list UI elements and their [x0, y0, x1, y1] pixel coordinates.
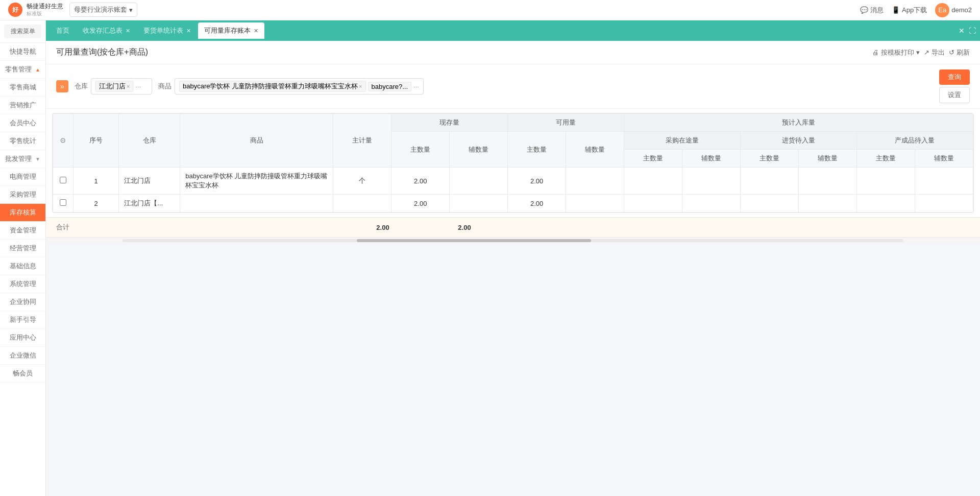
- fullscreen-icon[interactable]: ⛶: [969, 27, 976, 35]
- close-icon[interactable]: ✕: [126, 28, 130, 34]
- th-prod-arr-main: 主数量: [856, 150, 915, 168]
- th-purch-arr-main: 主数量: [741, 150, 799, 168]
- sidebar-item-retail-mall[interactable]: 零售商城: [0, 79, 45, 97]
- expand-filter-button[interactable]: »: [56, 80, 68, 92]
- printer-icon: 🖨: [872, 49, 879, 56]
- horizontal-scrollbar[interactable]: [122, 239, 903, 242]
- th-main-unit: 主计量: [333, 114, 391, 168]
- sidebar-item-purchase-mgmt[interactable]: 采购管理: [0, 186, 45, 204]
- sidebar-item-label: 经营管理: [10, 244, 36, 253]
- sidebar-item-enterprise-collab[interactable]: 企业协同: [0, 293, 45, 311]
- sidebar-item-label: 电商管理: [10, 172, 36, 181]
- settings-icon[interactable]: ⚙: [60, 136, 66, 145]
- message-label: 消息: [870, 6, 884, 15]
- sidebar-item-label: 批发管理: [5, 154, 32, 163]
- th-purchase-transit: 采购在途量: [624, 132, 741, 150]
- cell-warehouse: 江北门店【...: [119, 195, 180, 212]
- tab-bar: 首页 收发存汇总表 ✕ 要货单统计表 ✕ 可用量库存账本 ✕ ✕ ⛶: [46, 20, 980, 41]
- sidebar-item-label: 快捷导航: [10, 47, 36, 56]
- message-icon: 💬: [860, 6, 868, 14]
- sidebar-item-member-center[interactable]: 会员中心: [0, 114, 45, 132]
- sidebar-item-label: 系统管理: [10, 279, 36, 289]
- tab-order-stats[interactable]: 要货单统计表 ✕: [137, 22, 197, 39]
- more-icon[interactable]: ···: [413, 83, 419, 90]
- arrow-down-icon: ▼: [35, 156, 40, 162]
- row-checkbox[interactable]: [60, 199, 66, 206]
- th-avail-main: 主数量: [508, 132, 566, 168]
- export-icon: ↗: [924, 49, 929, 56]
- logo-text: 畅捷通好生意: [27, 3, 63, 10]
- total-avail-main: 2.00: [444, 224, 485, 231]
- row-checkbox[interactable]: [60, 177, 66, 183]
- product-filter: 商品 babycare学饮杯 儿童防摔防撞吸管杯重力球吸嘴杯宝宝水杯 × bab…: [158, 78, 424, 95]
- sidebar-search[interactable]: 搜索菜单: [0, 20, 45, 43]
- tab-receipts-summary[interactable]: 收发存汇总表 ✕: [77, 22, 136, 39]
- industry-selector[interactable]: 母婴行业演示账套 ▾: [69, 3, 137, 17]
- sidebar-item-ecommerce-mgmt[interactable]: 电商管理: [0, 168, 45, 186]
- warehouse-label: 仓库: [75, 82, 88, 91]
- sidebar-item-finance-mgmt[interactable]: 资金管理: [0, 222, 45, 240]
- sidebar-item-label: 会员中心: [10, 119, 36, 128]
- close-icon[interactable]: ✕: [254, 28, 258, 34]
- sidebar-item-enterprise-wechat[interactable]: 企业微信: [0, 347, 45, 365]
- table-row: 2 江北门店【... 2.00 2.00: [53, 195, 973, 212]
- sidebar-item-marketing[interactable]: 营销推广: [0, 97, 45, 114]
- close-icon[interactable]: ×: [359, 83, 362, 89]
- export-label: 导出: [932, 48, 945, 57]
- template-print-button[interactable]: 🖨 按模板打印 ▾: [872, 48, 920, 57]
- sidebar-item-wholesale-mgmt[interactable]: 批发管理 ▼: [0, 150, 45, 168]
- product-tag-text-1: babycare学饮杯 儿童防摔防撞吸管杯重力球吸嘴杯宝宝水杯: [183, 82, 358, 91]
- product-input[interactable]: babycare学饮杯 儿童防摔防撞吸管杯重力球吸嘴杯宝宝水杯 × babyca…: [175, 78, 424, 95]
- cell-stock-aux: [450, 195, 508, 212]
- tab-home[interactable]: 首页: [50, 22, 76, 39]
- sidebar-item-basic-info[interactable]: 基础信息: [0, 257, 45, 275]
- th-purchase-arriving: 进货待入量: [741, 132, 857, 150]
- top-bar-right: 💬 消息 📱 App下载 Ea demo2: [860, 3, 972, 17]
- inventory-table: ⚙ 序号 仓库 商品 主计量 现存量 可用量 预计入库量: [53, 113, 973, 212]
- th-avail-aux: 辅数量: [566, 132, 624, 168]
- th-settings: ⚙: [53, 114, 74, 168]
- sidebar-item-label: 库存核算: [10, 208, 36, 217]
- setting-button[interactable]: 设置: [939, 87, 970, 103]
- sidebar-item-retail-stats[interactable]: 零售统计: [0, 132, 45, 150]
- user-area[interactable]: Ea demo2: [935, 3, 972, 17]
- refresh-button[interactable]: ↺ 刷新: [949, 48, 970, 57]
- th-purch-transit-aux: 辅数量: [682, 150, 741, 168]
- query-button[interactable]: 查询: [939, 69, 970, 85]
- cell-index: 1: [74, 168, 119, 195]
- tab-label: 要货单统计表: [143, 26, 183, 35]
- page-content: 可用量查询(按仓库+商品) 🖨 按模板打印 ▾ ↗ 导出 ↺: [46, 41, 980, 496]
- cell-purch-arr-main: [741, 195, 799, 212]
- tab-label: 可用量库存账本: [204, 26, 251, 35]
- sidebar-item-system-mgmt[interactable]: 系统管理: [0, 275, 45, 293]
- close-all-icon[interactable]: ✕: [959, 27, 965, 35]
- page-title: 可用量查询(按仓库+商品): [56, 47, 148, 58]
- search-menu-button[interactable]: 搜索菜单: [4, 25, 41, 38]
- warehouse-input[interactable]: 江北门店 × ···: [91, 78, 152, 95]
- sidebar-item-operations-mgmt[interactable]: 经营管理: [0, 240, 45, 257]
- export-button[interactable]: ↗ 导出: [924, 48, 945, 57]
- sidebar-item-inventory-check[interactable]: 库存核算: [0, 204, 45, 222]
- message-action[interactable]: 💬 消息: [860, 6, 884, 15]
- close-icon[interactable]: ✕: [186, 28, 191, 34]
- sidebar-item-retail-mgmt[interactable]: 零售管理 ▲: [0, 61, 45, 79]
- top-bar: 好 畅捷通好生意 标准版 母婴行业演示账套 ▾ 💬 消息 📱 App下载 Ea …: [0, 0, 980, 20]
- sidebar-item-quick-nav[interactable]: 快捷导航: [0, 43, 45, 61]
- app-download-action[interactable]: 📱 App下载: [892, 6, 927, 15]
- sidebar-item-app-center[interactable]: 应用中心: [0, 329, 45, 347]
- cell-prod-arr-main: [856, 168, 915, 195]
- scroll-thumb[interactable]: [357, 239, 591, 242]
- sidebar-item-label: 企业微信: [10, 351, 36, 360]
- sidebar-item-label: 新手引导: [10, 315, 36, 324]
- table-container: ⚙ 序号 仓库 商品 主计量 现存量 可用量 预计入库量: [52, 113, 974, 213]
- sidebar-item-new-guide[interactable]: 新手引导: [0, 311, 45, 329]
- tab-available-inventory[interactable]: 可用量库存账本 ✕: [198, 22, 264, 39]
- sidebar-item-chang-member[interactable]: 畅会员: [0, 365, 45, 383]
- page-header: 可用量查询(按仓库+商品) 🖨 按模板打印 ▾ ↗ 导出 ↺: [46, 41, 980, 64]
- close-icon[interactable]: ×: [127, 83, 130, 89]
- sidebar-item-label: 零售管理: [5, 65, 32, 74]
- cell-index: 2: [74, 195, 119, 212]
- cell-purch-arr-main: [741, 168, 799, 195]
- th-prod-arr-aux: 辅数量: [915, 150, 973, 168]
- more-icon[interactable]: ···: [135, 83, 141, 90]
